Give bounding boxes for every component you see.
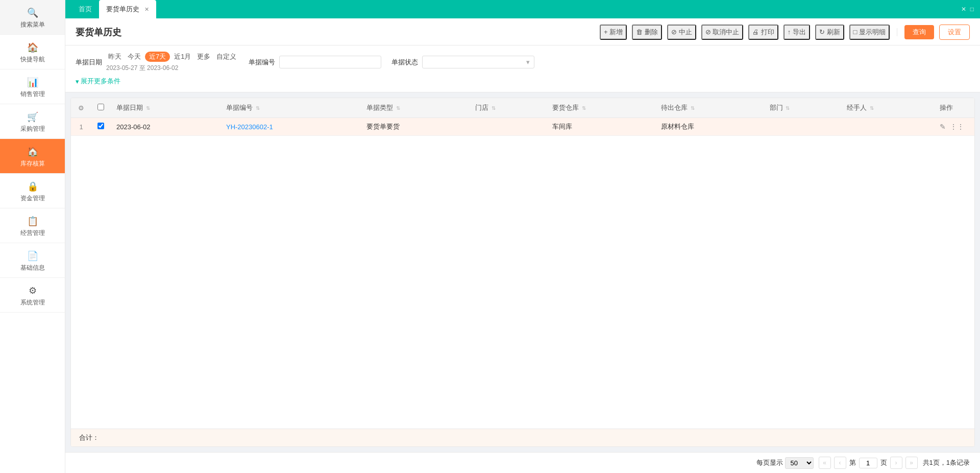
- row-num-cell: 1: [71, 118, 91, 136]
- select-all-checkbox[interactable]: [97, 104, 104, 110]
- col-store-label: 门店: [475, 104, 488, 111]
- sidebar-item-system[interactable]: ⚙ 系统管理: [0, 278, 65, 313]
- sidebar-item-purchase[interactable]: 🛒 采购管理: [0, 104, 65, 139]
- shortcut-yesterday[interactable]: 昨天: [106, 52, 124, 62]
- column-settings-icon[interactable]: ⚙: [78, 104, 84, 112]
- chevron-down-icon-expand: ▾: [76, 78, 79, 85]
- sidebar-label-purchase: 采购管理: [20, 125, 45, 133]
- col-handler: 经手人 ⇅: [841, 98, 934, 118]
- col-action: 操作: [934, 98, 974, 118]
- date-filter-label: 单据日期: [76, 58, 102, 67]
- col-req-warehouse-label: 要货仓库: [552, 104, 579, 111]
- sidebar-item-sales[interactable]: 📊 销售管理: [0, 69, 65, 104]
- shortcut-week7[interactable]: 近7天: [145, 52, 170, 62]
- doc-no-link[interactable]: YH-20230602-1: [226, 123, 273, 131]
- prev-page-button[interactable]: ‹: [834, 457, 846, 469]
- main-content: 首页 要货单历史 ✕ ✕ □ 要货单历史 + 新增 🗑 删除: [65, 0, 980, 473]
- sort-icon-date[interactable]: ⇅: [146, 105, 150, 111]
- more-action-icon[interactable]: ⋮⋮: [950, 123, 964, 131]
- sort-icon-reqwh[interactable]: ⇅: [582, 105, 586, 111]
- page-header: 要货单历史 + 新增 🗑 删除 ⊘ 中止 ⊘ 取消中止 🖨: [65, 18, 980, 45]
- expand-more-label: 展开更多条件: [81, 77, 120, 86]
- status-filter-group: 单据状态 ▾: [391, 56, 534, 68]
- row-doc-no: YH-20230602-1: [220, 118, 360, 136]
- shortcut-more[interactable]: 更多: [195, 52, 212, 62]
- sort-icon-doctype[interactable]: ⇅: [396, 105, 400, 111]
- sidebar-item-search[interactable]: 🔍 搜索菜单: [0, 0, 65, 35]
- col-checkbox: [91, 98, 110, 118]
- delete-button[interactable]: 🗑 删除: [632, 25, 662, 40]
- tab-close-icon[interactable]: ✕: [144, 6, 149, 13]
- print-button[interactable]: 🖨 打印: [748, 25, 778, 40]
- filter-row: 单据日期 昨天 今天 近7天 近1月 更多 自定义 2023-05-27 至 2…: [76, 52, 970, 73]
- sidebar-item-inventory[interactable]: 🏠 库存核算: [0, 139, 65, 174]
- window-close-icon[interactable]: ✕: [961, 6, 966, 13]
- tab-home[interactable]: 首页: [71, 0, 99, 18]
- window-maximize-icon[interactable]: □: [970, 6, 974, 13]
- sort-icon-handler[interactable]: ⇅: [870, 105, 874, 111]
- cart-icon: 🛒: [27, 111, 38, 123]
- sidebar: 🔍 搜索菜单 🏠 快捷导航 📊 销售管理 🛒 采购管理 🏠 库存核算 🔒 资金管…: [0, 0, 65, 473]
- col-dept-label: 部门: [770, 104, 783, 111]
- shortcut-custom[interactable]: 自定义: [214, 52, 238, 62]
- cancel-stop-button[interactable]: ⊘ 取消中止: [701, 25, 744, 40]
- col-doc-type: 单据类型 ⇅: [360, 98, 469, 118]
- page-size-dropdown[interactable]: 10 20 50 100: [785, 457, 814, 469]
- first-page-button[interactable]: «: [819, 457, 831, 469]
- sort-icon-dept[interactable]: ⇅: [786, 105, 790, 111]
- row-checkbox[interactable]: [97, 123, 104, 129]
- gear-icon: ⚙: [29, 285, 37, 296]
- tab-history-label: 要货单历史: [106, 5, 139, 14]
- new-button[interactable]: + 新增: [600, 25, 627, 40]
- search-icon: 🔍: [27, 7, 38, 18]
- col-doc-no: 单据编号 ⇅: [220, 98, 360, 118]
- next-page-button[interactable]: ›: [890, 457, 902, 469]
- page-label: 第: [849, 458, 856, 467]
- export-button[interactable]: ↑ 导出: [783, 25, 810, 40]
- col-req-warehouse: 要货仓库 ⇅: [546, 98, 655, 118]
- show-detail-button[interactable]: □ 显示明细: [849, 25, 890, 40]
- row-doc-date: 2023-06-02: [110, 118, 220, 136]
- col-doc-date: 单据日期 ⇅: [110, 98, 220, 118]
- stop-button[interactable]: ⊘ 中止: [667, 25, 696, 40]
- sidebar-label-search: 搜索菜单: [20, 20, 45, 29]
- sidebar-item-operation[interactable]: 📋 经营管理: [0, 208, 65, 243]
- expand-more-btn[interactable]: ▾ 展开更多条件: [76, 77, 970, 86]
- col-dept: 部门 ⇅: [764, 98, 841, 118]
- shortcut-today[interactable]: 今天: [126, 52, 143, 62]
- settings-button[interactable]: 设置: [939, 25, 970, 40]
- status-label: 单据状态: [391, 58, 418, 67]
- refresh-button[interactable]: ↻ 刷新: [815, 25, 844, 40]
- edit-icon[interactable]: ✎: [940, 123, 946, 131]
- col-doc-no-label: 单据编号: [226, 104, 253, 111]
- col-settings: ⚙: [71, 98, 91, 118]
- sidebar-label-basic: 基础信息: [20, 264, 45, 272]
- warehouse-icon: 🏠: [27, 146, 38, 157]
- shortcut-month1[interactable]: 近1月: [172, 52, 193, 62]
- sidebar-item-shortcut[interactable]: 🏠 快捷导航: [0, 35, 65, 69]
- sort-icon-docno[interactable]: ⇅: [256, 105, 260, 111]
- tab-history[interactable]: 要货单历史 ✕: [99, 0, 156, 18]
- show-detail-button-label: □ 显示明细: [853, 28, 886, 37]
- page-number-input[interactable]: [859, 458, 877, 468]
- doc-no-input[interactable]: [279, 56, 381, 68]
- row-store: [469, 118, 546, 136]
- main-table: ⚙ 单据日期 ⇅ 单据编号 ⇅: [71, 98, 974, 136]
- sort-icon-store[interactable]: ⇅: [492, 105, 496, 111]
- last-page-button[interactable]: »: [905, 457, 918, 469]
- query-button[interactable]: 查询: [904, 25, 934, 39]
- sidebar-item-finance[interactable]: 🔒 资金管理: [0, 174, 65, 208]
- table-container: ⚙ 单据日期 ⇅ 单据编号 ⇅: [70, 98, 975, 447]
- doc-icon: 📄: [27, 250, 38, 262]
- date-range-display: 2023-05-27 至 2023-06-02: [106, 64, 238, 73]
- sort-icon-pendingwh[interactable]: ⇅: [691, 105, 695, 111]
- table-row: 1 2023-06-02 YH-20230602-1 要货单要货 车间库: [71, 118, 974, 136]
- sidebar-item-basic[interactable]: 📄 基础信息: [0, 243, 65, 278]
- col-pending-warehouse-label: 待出仓库: [661, 104, 688, 111]
- status-select[interactable]: ▾: [422, 56, 534, 68]
- page-size-label: 每页显示: [756, 458, 783, 467]
- refresh-button-label: ↻ 刷新: [819, 28, 840, 37]
- sidebar-label-shortcut: 快捷导航: [20, 55, 45, 64]
- action-icons: ✎ ⋮⋮: [940, 123, 968, 131]
- date-filter-group: 单据日期 昨天 今天 近7天 近1月 更多 自定义 2023-05-27 至 2…: [76, 52, 238, 73]
